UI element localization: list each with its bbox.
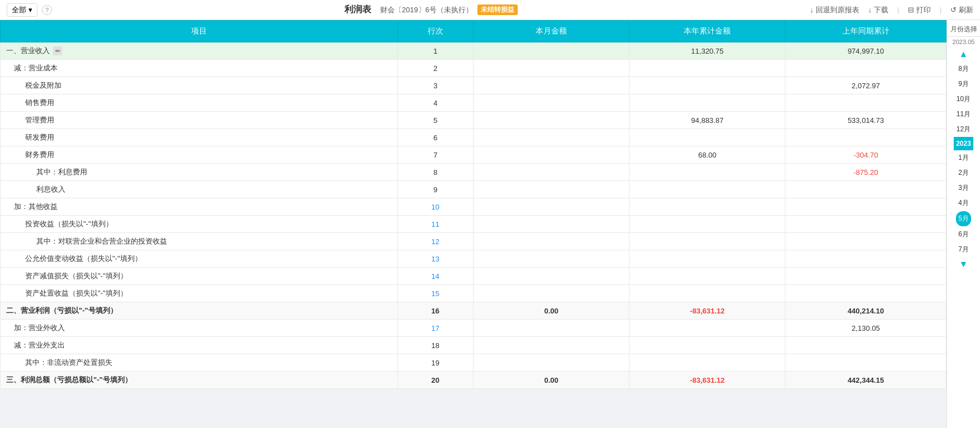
top-bar-right: ↓ 回退到原报表 ↓ 下载 | ⊟ 打印 | ↺ 刷新 [810,5,973,15]
ytd-cell: 11,320.75 [629,42,785,60]
month-item[interactable]: 7月 [954,242,973,257]
ytd-cell [629,164,785,181]
scroll-down-arrow[interactable]: ▼ [957,257,970,272]
current-month-cell [474,60,629,77]
row-number-cell: 2 [397,60,473,77]
prev-period-cell: 2,072.97 [785,77,946,94]
prev-period-cell: -875.20 [785,164,946,181]
prev-period-cell: -304.70 [785,146,946,164]
month-item[interactable]: 4月 [954,196,973,211]
month-item[interactable]: 3月 [954,180,973,196]
current-month-cell [474,285,629,302]
scroll-up-arrow[interactable]: ▲ [957,47,970,61]
current-month-cell: 0.00 [474,302,629,320]
row-number-cell: 6 [397,129,473,146]
item-cell: 资产减值损失（损失以"-"填列） [1,268,398,285]
top-bar-left: 全部 ▾ ? [7,3,52,17]
table-area: 项目 行次 本月金额 本年累计金额 上年同期累计 一、营业收入✏111,320.… [0,20,946,428]
row-number-cell: 4 [397,94,473,112]
month-item[interactable]: 9月 [954,77,973,92]
current-month-cell [474,164,629,181]
sidebar-title: 月份选择 [947,22,980,37]
prev-period-cell [785,94,946,112]
table-row: 一、营业收入✏111,320.75974,997.10 [1,42,946,60]
print-button[interactable]: ⊟ 打印 [908,5,931,15]
ytd-cell [629,320,785,337]
top-bar: 全部 ▾ ? 利润表 财会〔2019〕6号（未执行） 未结转损益 ↓ 回退到原报… [0,0,980,20]
ytd-cell [629,129,785,146]
current-month-cell [474,268,629,285]
month-item[interactable]: 5月 [956,211,971,226]
row-number-cell: 5 [397,112,473,129]
month-item[interactable]: 11月 [954,107,973,122]
table-row: 加：营业外收入172,130.05 [1,320,946,337]
month-item[interactable]: 1月 [954,150,973,165]
back-button[interactable]: ↓ 回退到原报表 [810,5,859,15]
table-row: 管理费用594,883.87533,014.73 [1,112,946,129]
prev-period-cell: 440,214.10 [785,302,946,320]
ytd-cell [629,337,785,354]
month-item[interactable]: 12月 [954,122,973,137]
item-cell: 资产处置收益（损失以"-"填列） [1,285,398,302]
current-month-cell [474,216,629,233]
prev-period-cell: 533,014.73 [785,112,946,129]
item-cell: 其中：非流动资产处置损失 [1,354,398,372]
item-cell: 三、利润总额（亏损总额以"-"号填列） [1,372,398,389]
item-cell: 财务费用 [1,146,398,164]
month-item[interactable]: 2023 [954,137,973,150]
prev-period-cell [785,181,946,198]
item-cell: 管理费用 [1,112,398,129]
top-bar-center: 利润表 财会〔2019〕6号（未执行） 未结转损益 [344,4,518,16]
refresh-button[interactable]: ↺ 刷新 [950,5,973,15]
ytd-cell [629,250,785,268]
current-month-cell: 0.00 [474,372,629,389]
month-item[interactable]: 6月 [954,227,973,242]
table-row: 减：营业成本2 [1,60,946,77]
prev-period-cell: 442,344.15 [785,372,946,389]
current-month-cell [474,320,629,337]
col-header-item: 项目 [1,21,398,42]
table-row: 财务费用768.00-304.70 [1,146,946,164]
month-item[interactable]: 2月 [954,165,973,180]
ytd-cell [629,216,785,233]
item-cell: 减：营业成本 [1,60,398,77]
scope-dropdown[interactable]: 全部 ▾ [7,3,37,17]
item-cell: 加：营业外收入 [1,320,398,337]
current-month-cell [474,233,629,250]
col-header-ytd: 本年累计金额 [629,21,785,42]
ytd-cell [629,60,785,77]
table-row: 二、营业利润（亏损以"-"号填列）160.00-83,631.12440,214… [1,302,946,320]
prev-period-cell [785,337,946,354]
ytd-cell [629,354,785,372]
prev-period-cell [785,285,946,302]
prev-period-cell [785,250,946,268]
help-icon[interactable]: ? [42,5,52,15]
ytd-cell: 68.00 [629,146,785,164]
table-row: 投资收益（损失以"-"填列）11 [1,216,946,233]
table-row: 公允价值变动收益（损失以"-"填列）13 [1,250,946,268]
current-month-cell [474,198,629,216]
item-cell: 减：营业外支出 [1,337,398,354]
row-number-cell: 14 [397,268,473,285]
prev-period-cell [785,354,946,372]
current-month-cell [474,94,629,112]
row-number-cell: 16 [397,302,473,320]
edit-icon[interactable]: ✏ [53,46,62,55]
prev-period-cell [785,216,946,233]
prev-period-cell [785,60,946,77]
row-number-cell: 3 [397,77,473,94]
current-month-cell [474,112,629,129]
item-cell: 二、营业利润（亏损以"-"号填列） [1,302,398,320]
ytd-cell [629,233,785,250]
item-cell: 公允价值变动收益（损失以"-"填列） [1,250,398,268]
item-cell: 研发费用 [1,129,398,146]
col-header-current: 本月金额 [474,21,629,42]
month-item[interactable]: 10月 [954,92,973,107]
col-header-row: 行次 [397,21,473,42]
ytd-cell [629,198,785,216]
month-item[interactable]: 8月 [954,61,973,77]
item-cell: 一、营业收入✏ [1,42,398,60]
report-title: 利润表 [344,4,371,16]
download-button[interactable]: ↓ 下载 [868,5,888,15]
col-header-prev: 上年同期累计 [785,21,946,42]
